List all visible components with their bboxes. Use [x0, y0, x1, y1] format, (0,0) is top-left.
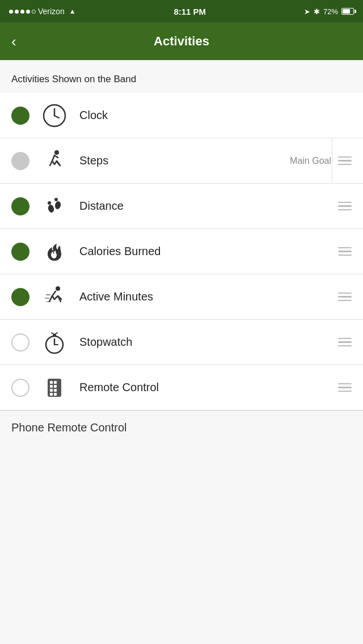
stopwatch-label: Stopwatch	[79, 336, 338, 349]
location-icon: ➤	[304, 7, 310, 16]
battery-icon	[341, 8, 354, 15]
list-item[interactable]: Active Minutes	[0, 274, 363, 320]
steps-icon	[40, 146, 69, 176]
svg-point-7	[54, 198, 58, 201]
svg-point-4	[47, 204, 54, 213]
list-item[interactable]: Stopwatch	[0, 320, 363, 365]
status-bar: Verizon ▲ 8:11 PM ➤ ✱ 72%	[0, 0, 363, 23]
drag-handle-steps[interactable]	[338, 156, 352, 166]
drag-handle-active-minutes[interactable]	[338, 293, 352, 302]
steps-divider	[332, 138, 332, 183]
toggle-remote-control[interactable]	[11, 379, 29, 397]
battery-fill	[343, 9, 350, 14]
list-item[interactable]: Calories Burned	[0, 229, 363, 274]
distance-icon	[40, 192, 69, 221]
toggle-active-minutes[interactable]	[11, 288, 29, 306]
svg-rect-21	[54, 389, 57, 392]
signal-dot-3	[20, 10, 24, 14]
wifi-icon: ▲	[69, 7, 76, 15]
signal-dot-4	[26, 10, 30, 14]
carrier-label: Verizon	[38, 7, 65, 16]
calories-label: Calories Burned	[79, 245, 338, 258]
drag-handle-distance[interactable]	[338, 202, 352, 211]
toggle-calories[interactable]	[11, 243, 29, 261]
battery-container	[341, 8, 354, 15]
status-right: ➤ ✱ 72%	[304, 7, 354, 16]
battery-percent: 72%	[323, 7, 338, 16]
drag-handle-calories[interactable]	[338, 247, 352, 256]
page-title: Activities	[154, 34, 209, 49]
section-header: Activities Shown on the Band	[0, 60, 363, 93]
toggle-distance[interactable]	[11, 197, 29, 215]
partial-section-label: Phone Remote Control	[0, 410, 363, 438]
back-chevron-icon: ‹	[11, 33, 16, 50]
list-item[interactable]: Distance	[0, 184, 363, 229]
clock-label: Clock	[79, 109, 352, 122]
svg-point-5	[54, 200, 61, 209]
main-goal-badge: Main Goal	[290, 156, 331, 166]
signal-dots	[9, 10, 36, 14]
active-minutes-label: Active Minutes	[79, 290, 338, 303]
remote-control-icon	[40, 373, 69, 402]
svg-point-3	[54, 150, 59, 155]
drag-handle-stopwatch[interactable]	[338, 338, 352, 347]
svg-rect-16	[50, 381, 53, 384]
list-item[interactable]: Remote Control	[0, 365, 363, 410]
distance-label: Distance	[79, 200, 338, 213]
svg-point-8	[56, 286, 60, 291]
back-button[interactable]: ‹	[11, 33, 16, 50]
clock-icon	[40, 101, 69, 130]
remote-control-label: Remote Control	[79, 381, 338, 394]
svg-line-2	[54, 116, 59, 118]
nav-bar: ‹ Activities	[0, 23, 363, 60]
calories-icon	[40, 237, 69, 266]
bluetooth-icon: ✱	[314, 7, 320, 16]
steps-label: Steps	[79, 154, 290, 167]
status-left: Verizon ▲	[9, 7, 76, 16]
toggle-steps[interactable]	[11, 152, 29, 170]
list-item[interactable]: Clock	[0, 93, 363, 138]
list-item[interactable]: Steps Main Goal	[0, 138, 363, 184]
signal-dot-5	[32, 10, 36, 14]
svg-point-6	[48, 201, 51, 205]
activity-list: Clock Steps Main Goal	[0, 93, 363, 410]
stopwatch-icon	[40, 328, 69, 357]
signal-dot-2	[15, 10, 19, 14]
active-minutes-icon	[40, 282, 69, 312]
drag-handle-remote-control[interactable]	[338, 383, 352, 392]
toggle-clock[interactable]	[11, 107, 29, 125]
svg-rect-17	[54, 381, 57, 384]
svg-rect-22	[50, 393, 53, 396]
signal-dot-1	[9, 10, 13, 14]
status-time: 8:11 PM	[174, 7, 206, 16]
svg-rect-23	[54, 393, 57, 396]
svg-rect-18	[50, 385, 53, 388]
svg-line-14	[54, 333, 57, 334]
toggle-stopwatch[interactable]	[11, 333, 29, 351]
svg-rect-19	[54, 385, 57, 388]
svg-rect-20	[50, 389, 53, 392]
